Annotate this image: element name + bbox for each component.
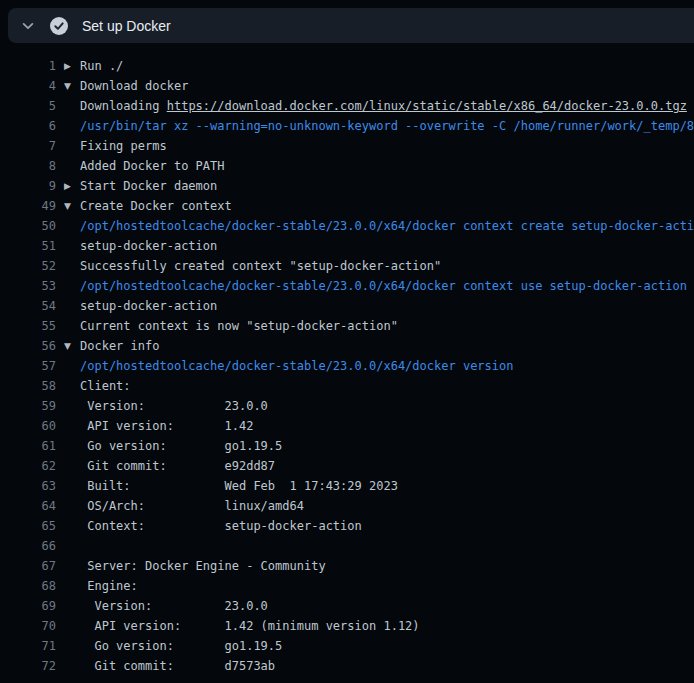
log-line: 61 Go version: go1.19.5: [0, 436, 694, 456]
log-line-content: ▼Create Docker context: [56, 196, 232, 216]
line-number[interactable]: 72: [0, 656, 56, 676]
line-number[interactable]: 69: [0, 596, 56, 616]
log-line-content: Go version: go1.19.5: [56, 636, 282, 656]
line-number[interactable]: 7: [0, 136, 56, 156]
group-expand-icon[interactable]: ▼: [64, 196, 80, 216]
group-collapse-icon[interactable]: ▶: [64, 56, 80, 76]
command-text: /usr/bin/tar xz --warning=no-unknown-key…: [80, 116, 694, 136]
log-text: OS/Arch: linux/amd64: [80, 496, 304, 516]
log-line: 70 API version: 1.42 (minimum version 1.…: [0, 616, 694, 636]
line-number[interactable]: 49: [0, 196, 56, 216]
line-number[interactable]: 56: [0, 336, 56, 356]
log-line-content: [56, 536, 80, 556]
group-collapse-icon[interactable]: ▶: [64, 176, 80, 196]
line-number[interactable]: 1: [0, 56, 56, 76]
group-title[interactable]: Docker info: [80, 336, 159, 356]
group-title[interactable]: Download docker: [80, 76, 188, 96]
log-text: Client:: [80, 376, 131, 396]
log-line-content: setup-docker-action: [56, 236, 217, 256]
group-expand-icon[interactable]: ▼: [64, 76, 80, 96]
log-line-content: Current context is now "setup-docker-act…: [56, 316, 398, 336]
line-number[interactable]: 63: [0, 476, 56, 496]
chevron-down-icon[interactable]: [20, 18, 36, 34]
log-line: 64 OS/Arch: linux/amd64: [0, 496, 694, 516]
log-line: 51setup-docker-action: [0, 236, 694, 256]
check-circle-icon: [50, 17, 68, 35]
log-text: API version: 1.42 (minimum version 1.12): [80, 616, 420, 636]
log-text: Engine:: [80, 576, 138, 596]
line-number[interactable]: 6: [0, 116, 56, 136]
line-number[interactable]: 52: [0, 256, 56, 276]
log-text: Context: setup-docker-action: [80, 516, 362, 536]
log-link[interactable]: https://download.docker.com/linux/static…: [167, 96, 687, 116]
log-line: 50/opt/hostedtoolcache/docker-stable/23.…: [0, 216, 694, 236]
log-line: 63 Built: Wed Feb 1 17:43:29 2023: [0, 476, 694, 496]
line-number[interactable]: 66: [0, 536, 56, 556]
log-line: 65 Context: setup-docker-action: [0, 516, 694, 536]
log-line: 7Fixing perms: [0, 136, 694, 156]
line-number[interactable]: 71: [0, 636, 56, 656]
line-number[interactable]: 67: [0, 556, 56, 576]
log-line[interactable]: 56▼Docker info: [0, 336, 694, 356]
line-number[interactable]: 64: [0, 496, 56, 516]
log-line: 66: [0, 536, 694, 556]
log-line[interactable]: 9▶Start Docker daemon: [0, 176, 694, 196]
log-text: Go version: go1.19.5: [80, 436, 282, 456]
line-number[interactable]: 60: [0, 416, 56, 436]
log-line-content: Git commit: e92dd87: [56, 456, 275, 476]
log-line[interactable]: 1▶Run ./: [0, 56, 694, 76]
line-number[interactable]: 55: [0, 316, 56, 336]
line-number[interactable]: 5: [0, 96, 56, 116]
line-number[interactable]: 9: [0, 176, 56, 196]
line-number[interactable]: 50: [0, 216, 56, 236]
command-text: /opt/hostedtoolcache/docker-stable/23.0.…: [80, 276, 687, 296]
log-text: Git commit: d7573ab: [80, 656, 275, 676]
log-line-content: setup-docker-action: [56, 296, 217, 316]
line-number[interactable]: 70: [0, 616, 56, 636]
line-number[interactable]: 61: [0, 436, 56, 456]
group-title[interactable]: Run ./: [80, 56, 123, 76]
log-line: 58Client:: [0, 376, 694, 396]
log-text: Added Docker to PATH: [80, 156, 225, 176]
log-line: 53/opt/hostedtoolcache/docker-stable/23.…: [0, 276, 694, 296]
log-line-content: Version: 23.0.0: [56, 396, 268, 416]
log-line-content: ▶Start Docker daemon: [56, 176, 217, 196]
line-number[interactable]: 65: [0, 516, 56, 536]
log-text: setup-docker-action: [80, 296, 217, 316]
log-line: 55Current context is now "setup-docker-a…: [0, 316, 694, 336]
log-viewer: Set up Docker 1▶Run ./4▼Download docker5…: [0, 8, 694, 683]
group-title[interactable]: Create Docker context: [80, 196, 232, 216]
log-line: 5Downloading https://download.docker.com…: [0, 96, 694, 116]
line-number[interactable]: 51: [0, 236, 56, 256]
log-lines: 1▶Run ./4▼Download docker5Downloading ht…: [0, 43, 694, 676]
log-line[interactable]: 49▼Create Docker context: [0, 196, 694, 216]
log-line: 72 Git commit: d7573ab: [0, 656, 694, 676]
line-number[interactable]: 59: [0, 396, 56, 416]
group-expand-icon[interactable]: ▼: [64, 336, 80, 356]
command-text: /opt/hostedtoolcache/docker-stable/23.0.…: [80, 356, 513, 376]
log-text: API version: 1.42: [80, 416, 253, 436]
log-line-content: Fixing perms: [56, 136, 167, 156]
step-header[interactable]: Set up Docker: [8, 8, 694, 43]
line-number[interactable]: 54: [0, 296, 56, 316]
line-number[interactable]: 4: [0, 76, 56, 96]
line-number[interactable]: 8: [0, 156, 56, 176]
log-line-content: /opt/hostedtoolcache/docker-stable/23.0.…: [56, 276, 687, 296]
line-number[interactable]: 68: [0, 576, 56, 596]
line-number[interactable]: 53: [0, 276, 56, 296]
line-number[interactable]: 57: [0, 356, 56, 376]
log-line[interactable]: 4▼Download docker: [0, 76, 694, 96]
log-text: Go version: go1.19.5: [80, 636, 282, 656]
log-line-content: Added Docker to PATH: [56, 156, 225, 176]
line-number[interactable]: 58: [0, 376, 56, 396]
log-line: 68 Engine:: [0, 576, 694, 596]
log-line: 60 API version: 1.42: [0, 416, 694, 436]
log-line-content: OS/Arch: linux/amd64: [56, 496, 304, 516]
log-line-content: Engine:: [56, 576, 138, 596]
log-text: Server: Docker Engine - Community: [80, 556, 326, 576]
log-line: 57/opt/hostedtoolcache/docker-stable/23.…: [0, 356, 694, 376]
line-number[interactable]: 62: [0, 456, 56, 476]
group-title[interactable]: Start Docker daemon: [80, 176, 217, 196]
log-line: 54setup-docker-action: [0, 296, 694, 316]
log-line: 69 Version: 23.0.0: [0, 596, 694, 616]
